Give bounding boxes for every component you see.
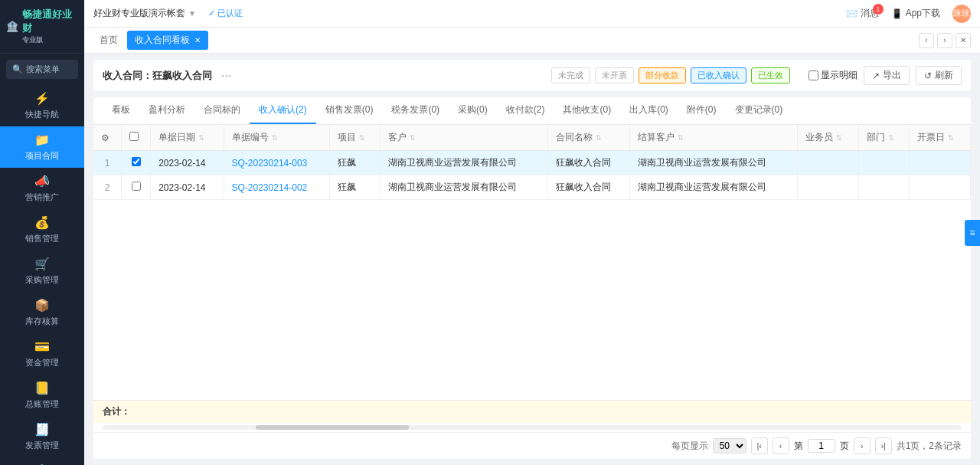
subtab-attachment[interactable]: 附件(0) [678, 97, 726, 124]
page-size-select[interactable]: 50 [713, 438, 746, 454]
sort-orderno-icon[interactable]: ⇅ [272, 134, 278, 142]
row-customer: 湖南卫视商业运营发展有限公司 [381, 151, 548, 175]
subtab-other[interactable]: 其他收支(0) [554, 97, 620, 124]
page-input[interactable] [808, 439, 835, 453]
subtab-tax-invoice[interactable]: 税务发票(0) [382, 97, 449, 124]
total-label: 合计： [103, 405, 130, 418]
subtab-subject[interactable]: 合同标的 [194, 97, 250, 124]
sidebar-search-section: 🔍 搜索菜单 [0, 54, 84, 85]
row-checkbox[interactable] [121, 151, 150, 175]
sort-invoicedate-icon[interactable]: ⇅ [948, 134, 954, 142]
sidebar-item-quick-nav[interactable]: ⚡ 快捷导航 [0, 85, 84, 126]
scroll-track [103, 425, 962, 430]
sales-icon: 💰 [34, 215, 50, 230]
sort-settlement-icon[interactable]: ⇅ [678, 134, 684, 142]
row-salesman [798, 151, 859, 175]
sidebar-item-inventory[interactable]: 📦 库存核算 [0, 292, 84, 333]
subtab-kanban[interactable]: 看板 [103, 97, 139, 124]
subtab-change-log[interactable]: 变更记录(0) [726, 97, 792, 124]
sidebar-item-sales[interactable]: 💰 销售管理 [0, 209, 84, 251]
active-tab[interactable]: 收入合同看板 ✕ [127, 31, 208, 50]
show-detail-checkbox[interactable] [808, 70, 818, 80]
main-content: 好业财专业版演示帐套 ▼ ✓ 已认证 ✉️ 1 消息 📱 App下载 珠珠 [84, 0, 980, 465]
sidebar-item-invoice[interactable]: 🧾 发票管理 [0, 416, 84, 457]
row-invoice-date [910, 151, 971, 175]
sidebar-item-accounting[interactable]: 📒 总账管理 [0, 375, 84, 416]
row-num: 2 [93, 175, 121, 200]
topbar-right: ✉️ 1 消息 📱 App下载 珠珠 [846, 5, 971, 23]
per-page-label: 每页显示 [671, 440, 708, 453]
company-name: 好业财专业版演示帐套 [93, 7, 185, 20]
inventory-icon: 📦 [34, 298, 50, 313]
export-button[interactable]: ↗ 导出 [864, 66, 910, 85]
subtab-revenue[interactable]: 收入确认(2) [250, 97, 316, 124]
header-actions: 显示明细 ↗ 导出 ↺ 刷新 [808, 66, 962, 85]
dropdown-icon: ▼ [188, 9, 196, 18]
status-incomplete[interactable]: 未完成 [551, 67, 590, 84]
sort-dept-icon[interactable]: ⇅ [888, 134, 894, 142]
sort-project-icon[interactable]: ⇅ [359, 134, 365, 142]
sidebar-item-marketing[interactable]: 📣 营销推广 [0, 168, 84, 209]
export-icon: ↗ [872, 70, 880, 81]
page-prev-button[interactable]: ‹ [773, 437, 789, 454]
table-row[interactable]: 1 2023-02-14 SQ-20230214-003 狂飙 湖南卫视商业运营… [93, 151, 971, 175]
row-date: 2023-02-14 [151, 175, 224, 200]
tab-prev-button[interactable]: ‹ [919, 33, 934, 48]
row-contract: 狂飙收入合同 [547, 151, 630, 175]
table-row[interactable]: 2 2023-02-14 SQ-20230214-002 狂飙 湖南卫视商业运营… [93, 175, 971, 200]
company-selector[interactable]: 好业财专业版演示帐套 ▼ [93, 7, 196, 20]
sort-contract-icon[interactable]: ⇅ [596, 134, 602, 142]
subtab-profit[interactable]: 盈利分析 [139, 97, 194, 124]
col-settings[interactable]: ⚙ [93, 125, 121, 151]
col-checkbox-all[interactable] [121, 125, 150, 151]
order-link[interactable]: SQ-20230214-003 [232, 158, 308, 169]
status-active[interactable]: 已生效 [751, 67, 790, 84]
message-button[interactable]: ✉️ 1 消息 [846, 7, 879, 20]
user-profile-button[interactable]: 珠珠 [952, 5, 971, 23]
col-project: 项目 ⇅ [330, 125, 381, 151]
refresh-button[interactable]: ↺ 刷新 [916, 66, 962, 85]
app-logo: 🏦 畅捷通好业财 专业版 [0, 0, 84, 54]
row-department [859, 151, 910, 175]
tab-close-button[interactable]: ✕ [194, 36, 201, 44]
tab-next-button[interactable]: › [937, 33, 952, 48]
subtab-sales-invoice[interactable]: 销售发票(0) [316, 97, 383, 124]
scroll-thumb[interactable] [256, 425, 409, 430]
sidebar-item-purchase[interactable]: 🛒 采购管理 [0, 251, 84, 292]
status-partial[interactable]: 部分收款 [639, 67, 686, 84]
invoice-icon: 🧾 [34, 422, 50, 437]
order-link[interactable]: SQ-20230214-002 [232, 182, 308, 193]
page-next-button[interactable]: › [854, 437, 871, 454]
tabbar-navigation: ‹ › ✕ [919, 33, 971, 48]
select-all-checkbox[interactable] [129, 132, 139, 141]
subtab-warehouse[interactable]: 出入库(0) [620, 97, 678, 124]
subtab-payment[interactable]: 收付款(2) [497, 97, 554, 124]
row-checkbox[interactable] [121, 175, 150, 200]
avatar: 珠珠 [952, 5, 971, 23]
sort-salesman-icon[interactable]: ⇅ [836, 134, 842, 142]
home-tab[interactable]: 首页 [93, 31, 124, 50]
right-panel-button[interactable]: ≡ [965, 220, 980, 246]
sidebar-item-capital[interactable]: 💳 资金管理 [0, 333, 84, 375]
page-label: 第 [794, 440, 803, 453]
app-name: 畅捷通好业财 [22, 8, 78, 35]
sidebar-item-project[interactable]: 📁 项目合同 [0, 126, 84, 168]
more-options-button[interactable]: ··· [221, 69, 231, 83]
sidebar-item-tax[interactable]: 📋 税务管理 [0, 457, 84, 465]
tab-close-all-button[interactable]: ✕ [956, 33, 971, 48]
page-last-button[interactable]: ›| [875, 437, 892, 454]
tabbar: 首页 收入合同看板 ✕ ‹ › ✕ [84, 28, 980, 54]
table-footer: 合计： [93, 400, 971, 423]
sort-date-icon[interactable]: ⇅ [198, 134, 204, 142]
status-uninvoiced[interactable]: 未开票 [595, 67, 634, 84]
sort-customer-icon[interactable]: ⇅ [410, 134, 416, 142]
subtab-purchase[interactable]: 采购(0) [449, 97, 497, 124]
status-confirmed[interactable]: 已收入确认 [691, 67, 746, 84]
show-detail-checkbox-label[interactable]: 显示明细 [808, 66, 858, 85]
col-department: 部门 ⇅ [859, 125, 910, 151]
app-download-button[interactable]: 📱 App下载 [891, 7, 940, 20]
tab-label: 收入合同看板 [135, 34, 190, 47]
page-first-button[interactable]: |‹ [751, 437, 768, 454]
contract-title: 收入合同：狂飙收入合同 [103, 69, 212, 83]
search-menu-button[interactable]: 🔍 搜索菜单 [6, 60, 78, 79]
